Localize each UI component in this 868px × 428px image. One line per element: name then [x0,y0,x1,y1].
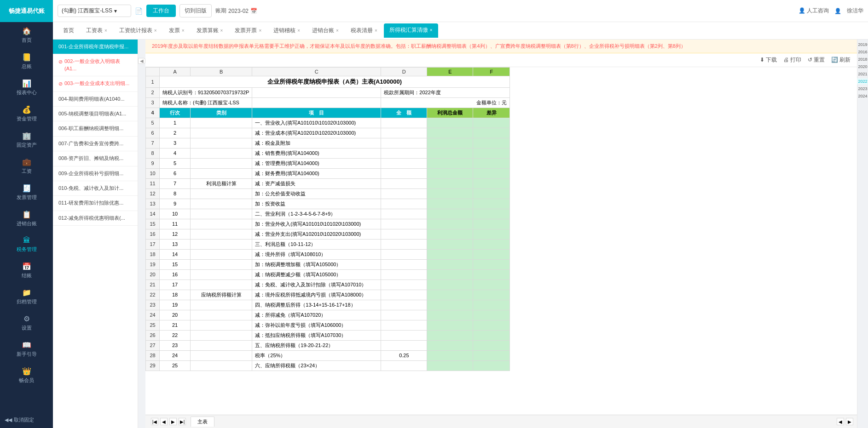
cell-27-e[interactable] [427,340,473,350]
cell-22-d[interactable] [381,290,427,300]
timeline-2018[interactable]: 2018 [857,56,868,63]
timeline-2020[interactable]: 2020 [857,63,868,70]
cell-28-e[interactable] [427,350,473,360]
cell-21-e[interactable] [427,280,473,290]
cell-15-d[interactable] [381,219,427,229]
cell-8-d[interactable] [381,148,427,158]
cell-15-e[interactable] [427,219,473,229]
sidebar-item-member[interactable]: 👑 畅会员 [0,362,53,388]
sidebar-item-invoice[interactable]: 🧾 发票管理 [0,179,53,205]
collapse-panel-btn[interactable]: ◀ [138,58,145,64]
sidebar-item-ledger[interactable]: 📒 总账 [0,48,53,74]
tab-sales-audit-close[interactable]: × [297,28,300,33]
cell-19-d[interactable] [381,259,427,269]
sidebar-item-guide[interactable]: 📖 新手引导 [0,336,53,362]
cell-13-d[interactable] [381,199,427,209]
tab-invoice[interactable]: 发票 × [163,24,190,37]
cell-16-d[interactable] [381,229,427,239]
cell-9-d[interactable] [381,158,427,168]
tab-salary-report[interactable]: 工资统计报表 × [114,24,162,37]
cell-27-d[interactable] [381,340,427,350]
cell-29-d[interactable] [381,360,427,371]
tab-tax-clear[interactable]: 税表清册 × [345,24,383,37]
cell-7-d[interactable] [381,138,427,148]
cell-24-e[interactable] [427,310,473,320]
cell-20-e[interactable] [427,269,473,280]
left-panel-item-012[interactable]: 012-减免所得税优惠明细表(... [53,211,138,226]
cell-13-e[interactable] [427,199,473,209]
cell-10-d[interactable] [381,168,427,178]
refresh-btn[interactable]: 🔄 刷新 [831,56,851,64]
tab-invoice-close[interactable]: × [182,28,185,33]
cell-18-e[interactable] [427,249,473,259]
tab-invoice-open-close[interactable]: × [259,28,261,33]
cell-18-d[interactable] [381,249,427,259]
cell-28-d[interactable]: 0.25 [381,350,427,360]
cell-17-d[interactable] [381,239,427,249]
cell-19-e[interactable] [427,259,473,269]
timeline-2023[interactable]: 2023 [857,86,868,92]
cell-12-d[interactable] [381,188,427,199]
nav-first-btn[interactable]: |◀ [151,418,158,425]
cell-5-e[interactable] [427,118,473,128]
tab-sales-ledger[interactable]: 进销台账 × [307,24,344,37]
left-panel-item-009[interactable]: 009-企业所得税补亏损明细... [53,166,138,181]
cell-8-e[interactable] [427,148,473,158]
tab-income-tax[interactable]: 所得税汇算清缴 × [384,23,438,38]
cell-26-d[interactable] [381,330,427,340]
cell-29-e[interactable] [427,360,473,371]
tab-salary[interactable]: 工资表 × [81,24,113,37]
sidebar-item-sales[interactable]: 📋 进销台账 [0,205,53,232]
left-panel-item-005[interactable]: 005-纳税调整项目明细表(A1... [53,107,138,121]
left-panel-item-002[interactable]: ⊘ 002-一般企业收入明细表(A1... [53,54,138,76]
sidebar-item-assets[interactable]: 🏢 固定资产 [0,127,53,153]
sidebar-item-reports[interactable]: 📊 报表中心 [0,74,53,101]
cell-24-d[interactable] [381,310,427,320]
cell-23-e[interactable] [427,300,473,310]
cell-5-d[interactable] [381,118,427,128]
scroll-right-btn[interactable]: ▶ [846,418,853,425]
tab-income-tax-close[interactable]: × [430,28,433,33]
cell-11-d[interactable] [381,178,427,188]
tab-home[interactable]: 首页 [58,24,80,37]
nav-last-btn[interactable]: ▶| [179,418,186,425]
sidebar-item-funds[interactable]: 💰 资金管理 [0,101,53,127]
left-panel-item-004[interactable]: 004-期间费用明细表(A1040... [53,92,138,107]
timeline-2022[interactable]: 2022 [856,78,868,85]
cell-12-e[interactable] [427,188,473,199]
cell-16-e[interactable] [427,229,473,239]
left-panel-item-008[interactable]: 008-资产折旧、摊销及纳税... [53,151,138,166]
cell-25-e[interactable] [427,320,473,330]
left-panel-item-010[interactable]: 010-免税、减计收入及加计... [53,181,138,196]
tab-sales-ledger-close[interactable]: × [336,28,339,33]
nav-next-btn[interactable]: ▶ [169,418,177,425]
cell-22-e[interactable] [427,290,473,300]
timeline-2019[interactable]: 2019 [857,41,868,48]
cell-20-d[interactable] [381,269,427,280]
timeline-2024[interactable]: 2024 [857,93,868,99]
cell-14-e[interactable] [427,209,473,219]
cell-23-d[interactable] [381,300,427,310]
cell-6-d[interactable] [381,128,427,138]
cell-25-d[interactable] [381,320,427,330]
reset-btn[interactable]: ↺ 重置 [808,56,825,64]
left-panel-item-006[interactable]: 006-职工薪酬纳税调整明细... [53,121,138,136]
left-panel-item-001[interactable]: 001-企业所得税年度纳税申报... [53,40,138,54]
cell-26-e[interactable] [427,330,473,340]
service-btn[interactable]: 👤 人工咨询 [799,7,829,15]
sidebar-item-tax[interactable]: 🏛 税务管理 [0,232,53,257]
timeline-2021[interactable]: 2021 [857,71,868,77]
cell-11-e[interactable] [427,178,473,188]
nav-prev-btn[interactable]: ◀ [160,418,168,425]
left-panel-item-003[interactable]: ⊘ 003-一般企业成本支出明细... [53,76,138,91]
sheet-tab-main[interactable]: 主表 [191,417,214,427]
sidebar-item-close[interactable]: 📅 结账 [0,257,53,284]
print-btn[interactable]: 🖨 打印 [783,56,801,64]
tab-invoice-calc[interactable]: 发票算账 × [191,24,229,37]
unpin-button[interactable]: ◀◀ 取消固定 [0,412,53,428]
scroll-left-btn[interactable]: ◀ [837,418,844,425]
cell-21-d[interactable] [381,280,427,290]
cell-14-d[interactable] [381,209,427,219]
cell-6-e[interactable] [427,128,473,138]
tab-salary-close[interactable]: × [104,28,107,33]
